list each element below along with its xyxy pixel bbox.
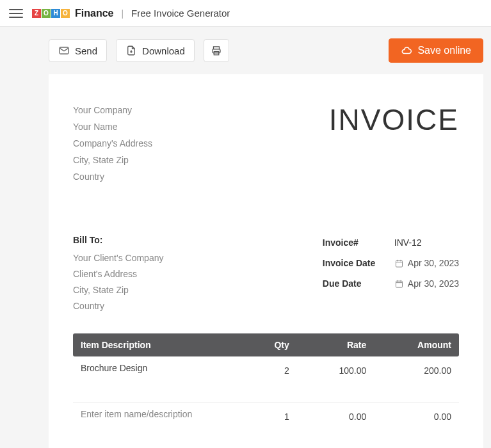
client-country-input[interactable] [73, 301, 201, 311]
invoice-meta: Invoice# Invoice Date Apr 30, 2023 Due D… [323, 232, 459, 314]
save-online-button[interactable]: Save online [389, 38, 483, 63]
svg-rect-3 [396, 260, 402, 267]
cloud-icon [401, 45, 412, 56]
invoice-number-input[interactable] [394, 237, 458, 248]
save-online-label: Save online [417, 45, 471, 56]
brand-logo[interactable]: ZOHO Finance | Free Invoice Generator [32, 8, 230, 19]
calendar-icon [394, 259, 404, 268]
seller-address-input[interactable] [73, 138, 201, 148]
item-rate-input[interactable] [328, 412, 366, 422]
client-city-input[interactable] [73, 285, 201, 295]
download-button[interactable]: Download [116, 39, 195, 62]
svg-rect-4 [396, 281, 402, 287]
zoho-logo-icon: ZOHO [32, 9, 70, 18]
calendar-icon [394, 279, 404, 289]
topbar: ZOHO Finance | Free Invoice Generator [0, 0, 491, 27]
client-company-input[interactable] [73, 253, 201, 263]
invoice-title: INVOICE [329, 102, 459, 185]
due-date-label: Due Date [323, 278, 394, 289]
seller-block [73, 102, 201, 185]
item-desc-input[interactable] [81, 363, 235, 394]
brand-subtitle: Free Invoice Generator [131, 8, 230, 19]
mail-icon [58, 45, 70, 56]
print-icon [211, 45, 222, 56]
bill-to-block: Bill To: [73, 232, 323, 314]
table-row: 200.00 [73, 356, 459, 403]
seller-company-input[interactable] [73, 105, 201, 115]
client-address-input[interactable] [73, 269, 201, 279]
brand-name: Finance [75, 8, 113, 19]
item-rate-input[interactable] [328, 365, 366, 376]
brand-separator: | [121, 8, 124, 19]
item-amount: 200.00 [374, 356, 459, 403]
due-date-value[interactable]: Apr 30, 2023 [408, 278, 459, 289]
item-desc-input[interactable] [81, 409, 235, 440]
bill-to-label: Bill To: [73, 232, 323, 248]
invoice-paper: INVOICE Bill To: Invoice# Invoice Date A… [49, 74, 483, 448]
menu-icon[interactable] [9, 6, 23, 20]
document-download-icon [125, 45, 137, 56]
action-bar: Send Download Save online [0, 27, 491, 74]
invoice-date-value[interactable]: Apr 30, 2023 [408, 258, 459, 268]
print-button[interactable] [204, 39, 229, 62]
col-amount: Amount [374, 333, 459, 356]
col-rate: Rate [297, 333, 374, 356]
col-qty: Qty [243, 333, 296, 356]
item-qty-input[interactable] [251, 365, 289, 376]
items-table: Item Description Qty Rate Amount 200.00 … [73, 333, 459, 448]
send-button[interactable]: Send [49, 39, 107, 62]
invoice-date-label: Invoice Date [323, 258, 394, 268]
table-row: 0.00 [73, 403, 459, 448]
seller-city-input[interactable] [73, 155, 201, 165]
item-qty-input[interactable] [251, 412, 289, 422]
item-amount: 0.00 [374, 403, 459, 448]
send-label: Send [75, 45, 97, 56]
col-description: Item Description [73, 333, 243, 356]
download-label: Download [142, 45, 185, 56]
seller-country-input[interactable] [73, 172, 201, 182]
invoice-number-label: Invoice# [323, 237, 394, 248]
seller-name-input[interactable] [73, 122, 201, 132]
